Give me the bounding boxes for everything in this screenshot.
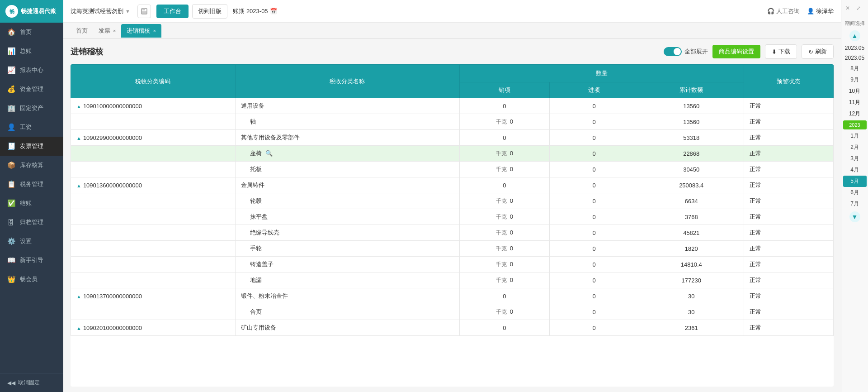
toggle-all-control: 全部展开 [664,47,708,56]
toggle-all-switch[interactable] [664,47,682,56]
td-code [71,225,236,241]
toggle-all-label: 全部展开 [684,48,708,56]
td-name: 手轮 [235,241,459,257]
sidebar-label-1: 总账 [20,47,32,55]
period-item-0[interactable]: 2023.05 [843,43,867,53]
save-button[interactable] [137,5,151,18]
sidebar-item-总账[interactable]: 📊 总账 [0,42,63,61]
sidebar-item-结账[interactable]: ✅ 结账 [0,194,63,213]
product-code-button[interactable]: 商品编码设置 [712,45,760,58]
refresh-button[interactable]: ↻ 刷新 [802,44,834,59]
svg-rect-2 [142,11,146,14]
sidebar-item-固定资产[interactable]: 🏢 固定资产 [0,99,63,118]
td-sale: 千克 0 [460,304,549,320]
page-title: 进销稽核 [71,46,103,57]
period-item-10[interactable]: 3月 [843,153,867,164]
sidebar-item-归档管理[interactable]: 🗄 归档管理 [0,213,63,232]
td-name: 锻件、粉末冶金件 [235,288,459,304]
sidebar-item-新手引导[interactable]: 📖 新手引导 [0,251,63,270]
td-sale: 0 [460,320,549,336]
collapse-icon-14[interactable]: ▲ [76,325,81,331]
period-item-8[interactable]: 1月 [843,130,867,142]
td-sale: 千克 0 [460,146,549,162]
td-sale: 0 [460,288,549,304]
data-table-wrap: 税收分类编码 税收分类名称 数量 预警状态 销项 进项 累计数额 ▲109010… [71,64,834,387]
td-code [71,257,236,272]
period-scroll-down[interactable]: ▼ [849,211,860,222]
sidebar-icon-6: 🧾 [7,142,16,150]
search-icon-3[interactable]: 🔍 [265,150,273,157]
collapse-icon-0[interactable]: ▲ [76,104,81,109]
td-status: 正常 [744,257,833,272]
collapse-icon-12[interactable]: ▲ [76,294,81,299]
sidebar-item-设置[interactable]: ⚙️ 设置 [0,232,63,251]
td-code: ▲109013700000000000 [71,288,236,304]
download-button[interactable]: ⬇ 下载 [765,44,797,59]
company-selector[interactable]: 沈海英测试经营勿删 ▼ [71,7,130,15]
sidebar-item-发票管理[interactable]: 🧾 发票管理 [0,137,63,156]
workbench-button[interactable]: 工作台 [156,5,189,18]
logo-icon: 畅 [5,5,18,18]
td-name: 抹平盘 [235,209,459,225]
period-item-3[interactable]: 9月 [843,74,867,86]
tab-close-1[interactable]: × [113,28,116,33]
period-item-14[interactable]: 7月 [843,198,867,210]
td-purchase: 0 [549,193,639,209]
period-item-13[interactable]: 6月 [843,187,867,198]
td-sale: 千克 0 [460,225,549,241]
tab-close-2[interactable]: × [153,28,156,33]
panel-close-btn[interactable]: ✕ [843,4,852,13]
tab-进销稽核[interactable]: 进销稽核× [121,24,161,38]
td-total: 13560 [639,114,744,130]
td-total: 22868 [639,146,744,162]
svg-rect-1 [142,9,145,10]
old-version-button[interactable]: 切到旧版 [192,4,227,19]
user-menu[interactable]: 👤 徐泽华 [807,7,834,15]
period-item-2[interactable]: 8月 [843,63,867,74]
panel-expand-btn[interactable]: ⤢ [854,4,863,13]
period-item-11[interactable]: 4月 [843,164,867,176]
td-name: 托板 [235,162,459,177]
collapse-icon-2[interactable]: ▲ [76,135,81,141]
collapse-icon-5[interactable]: ▲ [76,183,81,188]
period-scroll-up[interactable]: ▲ [849,30,860,41]
tab-首页[interactable]: 首页 [71,24,93,38]
sidebar-footer[interactable]: ◀◀ 取消固定 [0,373,63,392]
sidebar-item-首页[interactable]: 🏠 首页 [0,23,63,42]
period-item-9[interactable]: 2月 [843,142,867,153]
td-total: 6634 [639,193,744,209]
company-name: 沈海英测试经营勿删 [71,7,123,15]
sidebar-item-工资[interactable]: 👤 工资 [0,118,63,137]
sidebar-item-税务管理[interactable]: 📋 税务管理 [0,175,63,194]
sidebar-item-报表中心[interactable]: 📈 报表中心 [0,61,63,80]
sidebar-item-资金管理[interactable]: 💰 资金管理 [0,80,63,99]
sidebar-item-库存核算[interactable]: 📦 库存核算 [0,156,63,175]
td-total: 250083.4 [639,177,744,193]
period-item-6[interactable]: 12月 [843,108,867,120]
calendar-icon[interactable]: 📅 [270,8,277,14]
headset-icon: 🎧 [767,8,774,14]
period-item-4[interactable]: 10月 [843,86,867,97]
td-sale: 千克 0 [460,257,549,272]
period-item-12[interactable]: 5月 [843,176,867,187]
td-code: ▲109029900000000000 [71,130,236,146]
sidebar-icon-2: 📈 [7,66,16,74]
td-total: 53318 [639,130,744,146]
sidebar-item-畅会员[interactable]: 👑 畅会员 [0,270,63,289]
th-sale: 销项 [460,82,549,98]
td-name: 铸造盖子 [235,257,459,272]
td-purchase: 0 [549,177,639,193]
period-item-1[interactable]: 2023.05 [843,53,867,63]
table-row: 轴 千克 0 0 13560 正常 [71,114,834,130]
topbar-right: 🎧 人工咨询 👤 徐泽华 [767,7,834,15]
period-item-5[interactable]: 11月 [843,97,867,108]
td-total: 30 [639,304,744,320]
period-item-7[interactable]: 2023 [843,120,867,129]
tab-发票[interactable]: 发票× [93,24,121,38]
td-purchase: 0 [549,241,639,257]
td-total: 3768 [639,209,744,225]
support-button[interactable]: 🎧 人工咨询 [767,7,800,15]
company-dropdown-icon: ▼ [125,9,130,14]
user-name: 徐泽华 [816,7,834,15]
sidebar-label-3: 资金管理 [20,85,43,93]
